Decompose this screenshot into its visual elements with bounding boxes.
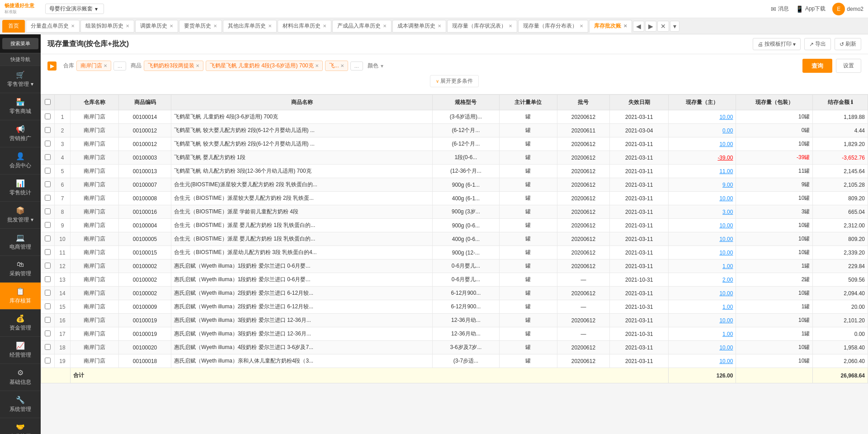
- row-qty-main-2[interactable]: 10.00: [669, 137, 736, 151]
- row-qty-main-11[interactable]: 1.00: [669, 259, 736, 273]
- tab-other-out[interactable]: 其他出库单历史 ✕: [223, 20, 277, 33]
- row-checkbox-6[interactable]: [41, 192, 55, 205]
- row-qty-main-3[interactable]: -39.00: [669, 151, 736, 165]
- row-qty-main-12[interactable]: 2.00: [669, 273, 736, 287]
- row-checkbox-5[interactable]: [41, 178, 55, 192]
- row-checkbox-8[interactable]: [41, 219, 55, 232]
- row-checkbox-3[interactable]: [41, 151, 55, 165]
- filter-toggle-btn[interactable]: ▶: [47, 61, 57, 71]
- row-qty-main-4[interactable]: 11.00: [669, 165, 736, 178]
- tab-next-btn[interactable]: ▶: [645, 21, 656, 32]
- tab-prev-btn[interactable]: ◀: [633, 21, 644, 32]
- row-check-3[interactable]: [45, 154, 51, 160]
- product-tag-1-remove[interactable]: ✕: [196, 63, 199, 68]
- row-qty-main-7[interactable]: 3.00: [669, 205, 736, 219]
- row-qty-main-16[interactable]: 1.00: [669, 327, 736, 341]
- row-check-8[interactable]: [45, 222, 51, 228]
- row-qty-main-0[interactable]: 10.00: [669, 110, 736, 124]
- sidebar-item-enterprise[interactable]: 🤝 企业协同: [0, 418, 41, 434]
- app-download-btn[interactable]: 📱 App下载: [796, 5, 826, 13]
- tab-mix-history[interactable]: 调拨单历史 ✕: [135, 20, 178, 33]
- row-qty-main-9[interactable]: 10.00: [669, 232, 736, 246]
- close-material-out[interactable]: ✕: [323, 24, 326, 28]
- row-qty-main-13[interactable]: 10.00: [669, 287, 736, 300]
- warehouse-more[interactable]: ...: [113, 61, 126, 71]
- row-check-15[interactable]: [45, 317, 51, 323]
- tab-demand-history[interactable]: 要货单历史 ✕: [179, 20, 222, 33]
- row-checkbox-13[interactable]: [41, 287, 55, 300]
- row-check-11[interactable]: [45, 263, 51, 269]
- select-all-checkbox[interactable]: [45, 99, 51, 105]
- sidebar-item-member[interactable]: 👤 会员中心: [0, 147, 41, 174]
- expand-more-btn[interactable]: ∨ 展开更多条件: [430, 75, 479, 87]
- sidebar-item-retail-stats[interactable]: 📊 零售统计: [0, 174, 41, 201]
- row-check-5[interactable]: [45, 181, 51, 187]
- row-qty-main-18[interactable]: 10.00: [669, 354, 736, 368]
- row-checkbox-18[interactable]: [41, 354, 55, 368]
- row-qty-main-8[interactable]: 10.00: [669, 219, 736, 232]
- sidebar-item-basic[interactable]: ⚙ 基础信息: [0, 363, 41, 391]
- setting-btn[interactable]: 设置: [836, 59, 861, 73]
- tab-batch-voucher[interactable]: 库存批次账 ✕: [589, 20, 632, 33]
- sidebar-item-retail-shop[interactable]: 🏪 零售商城: [0, 93, 41, 120]
- tab-cost-adjust[interactable]: 成本调整单历史 ✕: [392, 20, 446, 33]
- tab-stock-dist[interactable]: 现存量（库存分布表） ✕: [518, 20, 588, 33]
- product-tag-3[interactable]: 飞... ✕: [325, 61, 348, 71]
- product-more[interactable]: ...: [350, 61, 363, 71]
- tab-product-in[interactable]: 产成品入库单历史 ✕: [332, 20, 392, 33]
- row-checkbox-10[interactable]: [41, 246, 55, 259]
- row-checkbox-4[interactable]: [41, 165, 55, 178]
- row-check-17[interactable]: [45, 344, 51, 350]
- row-qty-main-15[interactable]: 10.00: [669, 314, 736, 327]
- sidebar-item-retail[interactable]: 🛒 零售管理 ▾: [0, 66, 41, 93]
- row-checkbox-11[interactable]: [41, 259, 55, 273]
- row-check-14[interactable]: [45, 303, 51, 309]
- refresh-btn[interactable]: ↺ 刷新: [835, 38, 861, 50]
- sidebar-item-system[interactable]: 🔧 系统管理: [0, 391, 41, 418]
- close-batch-voucher[interactable]: ✕: [623, 24, 627, 28]
- tab-split-history[interactable]: 分量盘点单历史 ✕: [26, 20, 80, 33]
- row-checkbox-17[interactable]: [41, 341, 55, 354]
- color-dropdown-icon[interactable]: ▾: [381, 63, 383, 69]
- row-checkbox-7[interactable]: [41, 205, 55, 219]
- row-check-13[interactable]: [45, 290, 51, 296]
- tab-home[interactable]: 首页: [2, 20, 25, 33]
- row-checkbox-0[interactable]: [41, 110, 55, 124]
- tab-disassemble-history[interactable]: 组装拆卸单历史 ✕: [80, 20, 134, 33]
- sidebar-item-finance[interactable]: 💰 资金管理: [0, 309, 41, 336]
- message-btn[interactable]: ✉ 消息: [771, 5, 789, 13]
- sidebar-item-operations[interactable]: 📈 经营管理: [0, 336, 41, 363]
- product-tag-2[interactable]: 飞鹤星飞帆 儿童奶粉 4段(3-6岁适用) 700克 ✕: [206, 61, 323, 71]
- query-btn[interactable]: 查询: [802, 59, 832, 73]
- close-split-history[interactable]: ✕: [71, 24, 75, 28]
- row-check-18[interactable]: [45, 358, 51, 363]
- row-checkbox-9[interactable]: [41, 232, 55, 246]
- row-qty-main-1[interactable]: 0.00: [669, 124, 736, 137]
- row-qty-main-10[interactable]: 10.00: [669, 246, 736, 259]
- sidebar-item-ecommerce[interactable]: 💻 电商管理: [0, 228, 41, 255]
- quick-nav-btn[interactable]: 快捷导航: [0, 53, 41, 66]
- row-check-7[interactable]: [45, 208, 51, 214]
- product-tag-2-remove[interactable]: ✕: [315, 63, 319, 68]
- row-checkbox-14[interactable]: [41, 300, 55, 314]
- product-tag-3-remove[interactable]: ✕: [340, 63, 344, 68]
- warehouse-tag[interactable]: 南岸门店 ✕: [76, 61, 111, 71]
- close-demand-history[interactable]: ✕: [213, 24, 217, 28]
- row-checkbox-12[interactable]: [41, 273, 55, 287]
- close-stock-status[interactable]: ✕: [509, 24, 512, 28]
- sidebar-item-inventory[interactable]: 📋 库存核算: [0, 282, 41, 309]
- close-mix-history[interactable]: ✕: [170, 24, 173, 28]
- close-stock-dist[interactable]: ✕: [580, 24, 583, 28]
- sidebar-item-purchase[interactable]: 🛍 采购管理: [0, 255, 41, 282]
- close-product-in[interactable]: ✕: [383, 24, 387, 28]
- close-disassemble-history[interactable]: ✕: [126, 24, 129, 28]
- row-checkbox-16[interactable]: [41, 327, 55, 341]
- print-btn[interactable]: 🖨 按模板打印 ▾: [753, 38, 801, 50]
- user-area[interactable]: E demo2: [832, 3, 863, 15]
- row-checkbox-15[interactable]: [41, 314, 55, 327]
- close-cost-adjust[interactable]: ✕: [438, 24, 441, 28]
- tab-menu-btn[interactable]: ▾: [670, 21, 679, 32]
- row-checkbox-2[interactable]: [41, 137, 55, 151]
- row-check-16[interactable]: [45, 330, 51, 336]
- row-qty-main-5[interactable]: 9.00: [669, 178, 736, 192]
